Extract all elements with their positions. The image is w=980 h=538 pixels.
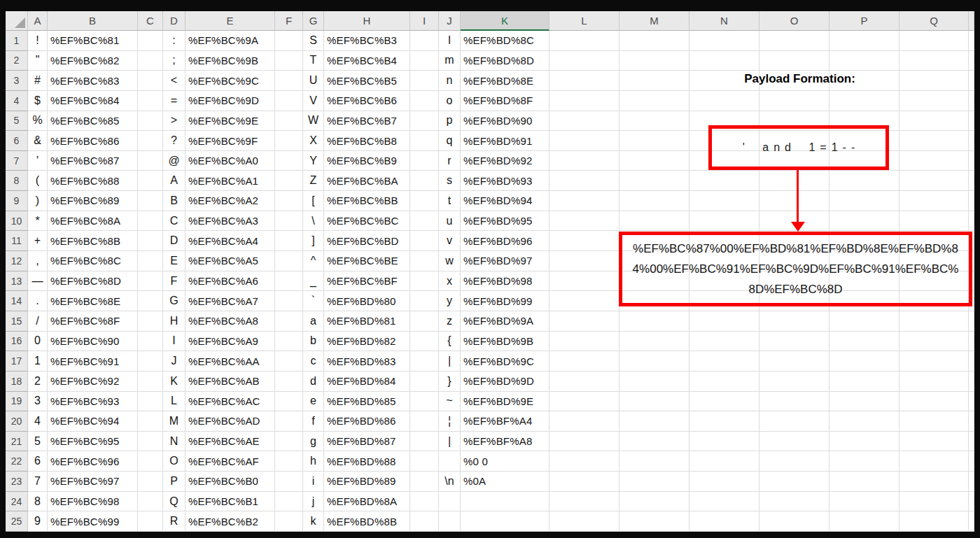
cell[interactable] <box>830 131 899 151</box>
cell[interactable] <box>760 71 830 91</box>
cell[interactable] <box>275 151 303 171</box>
cell[interactable] <box>410 432 439 452</box>
row-header-11[interactable]: 11 <box>6 231 28 251</box>
cell[interactable]: x <box>439 271 461 292</box>
row-header-17[interactable]: 17 <box>6 351 28 371</box>
row-header-19[interactable]: 19 <box>6 392 28 412</box>
cell[interactable]: " <box>28 51 48 71</box>
cell[interactable]: %EF%BD%9B <box>461 332 550 352</box>
cell[interactable]: %EF%BD%89 <box>324 472 410 492</box>
cell[interactable] <box>275 271 303 292</box>
cell[interactable] <box>620 511 690 532</box>
cell[interactable] <box>899 432 969 452</box>
cell[interactable] <box>690 432 760 452</box>
cell[interactable] <box>969 31 974 51</box>
cell[interactable] <box>410 191 439 211</box>
cell[interactable]: ] <box>303 231 324 251</box>
cell[interactable] <box>461 511 550 532</box>
cell[interactable]: P <box>163 472 186 492</box>
cell[interactable] <box>969 191 974 211</box>
cell[interactable]: W <box>303 111 324 132</box>
cell[interactable]: %EF%BC%AF <box>186 451 275 472</box>
cell[interactable]: %EF%BC%A3 <box>186 211 275 232</box>
cell[interactable] <box>690 311 760 332</box>
cell[interactable] <box>969 111 974 132</box>
cell[interactable] <box>760 472 830 492</box>
cell[interactable]: %EF%BC%8C <box>48 251 138 271</box>
cell[interactable]: + <box>28 231 48 251</box>
cell[interactable]: | <box>439 432 461 452</box>
cell[interactable]: %EF%BC%B1 <box>186 492 275 512</box>
row-header-25[interactable]: 25 <box>6 511 28 532</box>
cell[interactable] <box>550 211 620 232</box>
cell[interactable]: % <box>28 111 48 132</box>
cell[interactable] <box>550 371 620 392</box>
cell[interactable] <box>620 191 690 211</box>
cell[interactable] <box>620 351 690 371</box>
cell[interactable] <box>690 291 760 311</box>
cell[interactable] <box>969 311 974 332</box>
cell[interactable]: %EF%BD%97 <box>461 251 550 271</box>
row-header-9[interactable]: 9 <box>6 191 28 211</box>
cell[interactable] <box>620 131 690 151</box>
cell[interactable] <box>690 251 760 271</box>
cell[interactable]: t <box>439 191 461 211</box>
cell[interactable] <box>969 91 974 111</box>
cell[interactable] <box>969 151 974 171</box>
row-header-12[interactable]: 12 <box>6 251 28 271</box>
cell[interactable]: %EF%BC%8E <box>48 291 138 311</box>
cell[interactable] <box>410 111 439 132</box>
cell[interactable]: > <box>163 111 186 132</box>
cell[interactable] <box>138 71 163 91</box>
cell[interactable] <box>830 392 899 412</box>
cell[interactable] <box>550 392 620 412</box>
cell[interactable] <box>690 351 760 371</box>
cell[interactable]: V <box>303 91 324 111</box>
cell[interactable] <box>899 251 969 271</box>
column-header-K[interactable]: K <box>461 11 550 31</box>
cell[interactable] <box>410 332 439 352</box>
cell[interactable] <box>760 151 830 171</box>
cell[interactable] <box>138 111 163 132</box>
cell[interactable] <box>830 411 899 432</box>
cell[interactable] <box>830 492 899 512</box>
cell[interactable]: %EF%BC%A7 <box>186 291 275 311</box>
cell[interactable] <box>969 371 974 392</box>
cell[interactable] <box>275 492 303 512</box>
cell[interactable]: %EF%BC%B3 <box>324 31 410 51</box>
column-header-G[interactable]: G <box>303 11 324 31</box>
cell[interactable]: %EF%BC%81 <box>48 31 138 51</box>
cell[interactable] <box>620 411 690 432</box>
cell[interactable] <box>275 332 303 352</box>
cell[interactable] <box>275 191 303 211</box>
cell[interactable]: %EF%BC%95 <box>48 432 138 452</box>
cell[interactable] <box>275 171 303 191</box>
cell[interactable] <box>690 451 760 472</box>
cell[interactable] <box>410 271 439 292</box>
cell[interactable] <box>760 511 830 532</box>
cell[interactable] <box>550 432 620 452</box>
cell[interactable] <box>690 191 760 211</box>
cell[interactable]: { <box>439 332 461 352</box>
cell[interactable]: ` <box>303 291 324 311</box>
cell[interactable] <box>410 211 439 232</box>
cell[interactable]: %EF%BC%BA <box>324 171 410 191</box>
cell[interactable]: ) <box>28 191 48 211</box>
cell[interactable] <box>550 131 620 151</box>
cell[interactable]: 2 <box>28 371 48 392</box>
cell[interactable]: %EF%BC%88 <box>48 171 138 191</box>
cell[interactable]: ! <box>28 31 48 51</box>
cell[interactable] <box>899 291 969 311</box>
cell[interactable] <box>439 451 461 472</box>
cell[interactable]: %EF%BD%98 <box>461 271 550 292</box>
row-header-23[interactable]: 23 <box>6 472 28 492</box>
cell[interactable]: — <box>28 271 48 292</box>
cell[interactable]: J <box>163 351 186 371</box>
cell[interactable]: %EF%BC%B9 <box>324 151 410 171</box>
cell[interactable]: Z <box>303 171 324 191</box>
cell[interactable] <box>620 311 690 332</box>
cell[interactable]: %EF%BC%AE <box>186 432 275 452</box>
cell[interactable] <box>138 351 163 371</box>
column-header-L[interactable]: L <box>550 11 620 31</box>
cell[interactable] <box>275 91 303 111</box>
